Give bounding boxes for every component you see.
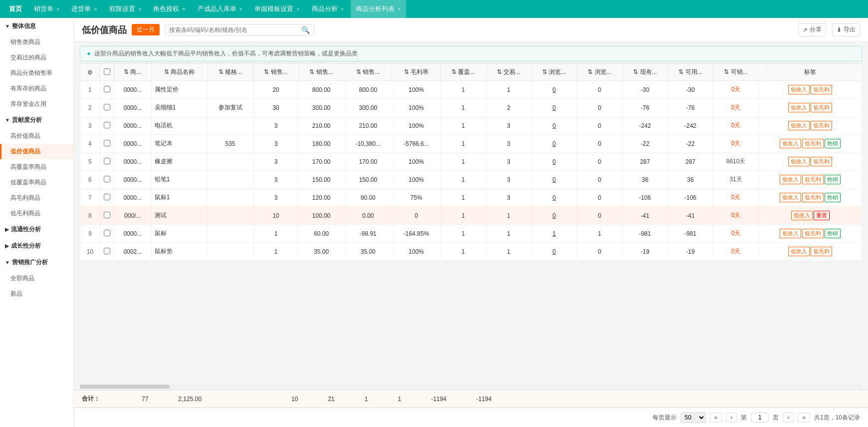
row-browse1[interactable]: 0 [531,135,577,153]
sidebar-item-low-value[interactable]: 低价值商品 [0,144,73,159]
row-checkbox[interactable] [104,194,110,200]
current-header[interactable]: ⇅ 现有... [622,64,667,81]
close-sales-order-icon[interactable]: × [56,6,59,12]
row-checkbox-cell[interactable] [100,171,114,189]
close-product-analysis-icon[interactable]: × [341,6,344,12]
row-checkbox-cell[interactable] [100,81,114,99]
sidebar-group-overall[interactable]: ▼ 整体信息 [0,18,73,34]
row-browse1[interactable]: 0 [531,81,577,99]
settings-header[interactable]: ⚙ [80,64,100,81]
available-header[interactable]: ⇅ 可用... [667,64,713,81]
row-checkbox-cell[interactable] [100,189,114,207]
browse1-link[interactable]: 0 [552,140,556,147]
close-purchase-order-icon[interactable]: × [94,6,97,12]
row-checkbox-cell[interactable] [100,99,114,117]
row-browse1[interactable]: 0 [531,99,577,117]
row-checkbox[interactable] [104,230,110,236]
sidebar-item-sales-goods[interactable]: 销售类商品 [0,34,73,50]
row-checkbox[interactable] [104,86,110,92]
close-analysis-list-icon[interactable]: × [398,6,401,12]
row-checkbox-cell[interactable] [100,153,114,171]
sidebar-item-low-margin[interactable]: 低毛利商品 [0,206,73,221]
nav-sales-order[interactable]: 销货单 × [29,0,64,18]
row-checkbox-cell[interactable] [100,243,114,261]
sidebar-group-growth[interactable]: ▶ 成长性分析 [0,238,73,254]
nav-product-analysis[interactable]: 商品分析 × [307,0,349,18]
browse1-link[interactable]: 0 [552,122,556,129]
sidebar-group-circulation[interactable]: ▶ 流通性分析 [0,221,73,238]
sidebar-item-inventory-capital[interactable]: 库存资金占用 [0,96,73,112]
nav-purchase-order[interactable]: 进货单 × [66,0,102,18]
search-icon[interactable]: 🔍 [301,26,310,34]
margin-header[interactable]: ⇅ 毛利率 [392,64,440,81]
row-browse1[interactable]: 1 [531,225,577,243]
next-page-button[interactable]: › [783,413,794,423]
browse1-link[interactable]: 0 [552,86,556,93]
row-checkbox[interactable] [104,122,110,128]
trade-header[interactable]: ⇅ 交易... [486,64,531,81]
browse1-link[interactable]: 0 [552,248,556,255]
per-page-select[interactable]: 50 100 200 [680,412,706,423]
last-page-button[interactable]: » [798,413,810,423]
browse1-link[interactable]: 1 [552,230,556,237]
close-role-auth-icon[interactable]: × [182,6,185,12]
sale-profit-header[interactable]: ⇅ 销售... [344,64,392,81]
sale-qty-header[interactable]: ⇅ 销售... [253,64,299,81]
browse1-link[interactable]: 0 [552,158,556,165]
row-checkbox-cell[interactable] [100,117,114,135]
row-checkbox-cell[interactable] [100,207,114,225]
row-checkbox[interactable] [104,212,110,218]
browse1-link[interactable]: 0 [552,194,556,201]
sidebar-group-contribution[interactable]: ▼ 贡献度分析 [0,112,73,128]
sidebar-item-new-goods[interactable]: 新品 [0,286,73,302]
row-checkbox[interactable] [104,140,110,146]
coverage-header[interactable]: ⇅ 覆盖... [440,64,486,81]
close-template-icon[interactable]: × [296,6,299,12]
nav-home[interactable]: 首页 [4,0,27,18]
horizontal-scrollbar[interactable] [80,385,862,389]
sidebar-item-category-sales-rate[interactable]: 商品分类销售率 [0,65,73,81]
search-input[interactable] [169,26,299,33]
share-button[interactable]: ↗ 分享 [798,23,826,36]
browse1-link[interactable]: 0 [552,104,556,111]
row-checkbox[interactable] [104,104,110,110]
nav-permission-settings[interactable]: 权限设置 × [104,0,146,18]
row-browse1[interactable]: 0 [531,171,577,189]
browse1-link[interactable]: 0 [552,176,556,183]
page-number-input[interactable] [751,413,769,423]
sidebar-item-high-margin[interactable]: 高毛利商品 [0,190,73,206]
sidebar-group-marketing[interactable]: ▼ 营销推广分析 [0,254,73,271]
nav-role-auth[interactable]: 角色授权 × [148,0,190,18]
row-checkbox[interactable] [104,176,110,182]
export-button[interactable]: ⬇ 导出 [832,23,860,36]
browse1-link[interactable]: 0 [552,212,556,219]
sidebar-item-all-goods[interactable]: 全部商品 [0,271,73,286]
row-checkbox-cell[interactable] [100,135,114,153]
select-all-checkbox[interactable] [104,68,110,75]
sale-amount-header[interactable]: ⇅ 销售... [299,64,344,81]
nav-product-analysis-list[interactable]: 商品分析列表 × [351,0,406,18]
filter-recent-month-button[interactable]: 近一月 [132,24,160,35]
prev-page-button[interactable]: ‹ [726,413,737,423]
sidebar-item-high-coverage[interactable]: 高覆盖率商品 [0,159,73,175]
name-header[interactable]: ⇅ 商品名称 [151,64,207,81]
close-permission-icon[interactable]: × [138,6,141,12]
saleable-header[interactable]: ⇅ 可销... [713,64,759,81]
sidebar-item-low-coverage[interactable]: 低覆盖率商品 [0,175,73,190]
sidebar-item-stocked-goods[interactable]: 有库存的商品 [0,81,73,96]
row-browse1[interactable]: 0 [531,117,577,135]
sidebar-item-high-value[interactable]: 高价值商品 [0,128,73,144]
row-checkbox[interactable] [104,158,110,164]
sidebar-item-traded-goods[interactable]: 交易过的商品 [0,50,73,65]
row-browse1[interactable]: 0 [531,243,577,261]
browse1-header[interactable]: ⇅ 浏览... [531,64,577,81]
row-checkbox[interactable] [104,248,110,254]
close-product-storage-icon[interactable]: × [239,6,242,12]
scrollbar-thumb[interactable] [80,385,170,389]
checkbox-header[interactable] [100,64,114,81]
code-header[interactable]: ⇅ 商... [114,64,151,81]
first-page-button[interactable]: « [710,413,722,423]
browse2-header[interactable]: ⇅ 浏览... [577,64,622,81]
nav-template-settings[interactable]: 单据模板设置 × [249,0,304,18]
row-checkbox-cell[interactable] [100,225,114,243]
